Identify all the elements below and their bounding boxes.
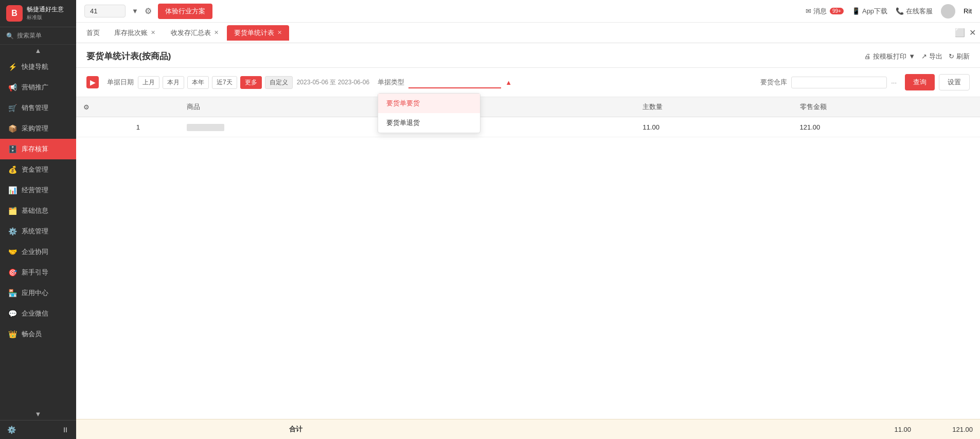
dropdown-item-requisition-order[interactable]: 要货单要货: [378, 94, 480, 113]
collapse-icon[interactable]: ⏸: [62, 426, 69, 434]
footer-amount: 121.00: [911, 426, 973, 433]
topbar-left: 41 ▼ ⚙ 体验行业方案: [84, 4, 212, 19]
page-header: 要货单统计表(按商品) 🖨 按模板打印 ▼ ↗ 导出 ↻ 刷新: [76, 43, 980, 68]
system-label: 系统管理: [22, 227, 48, 236]
col-settings[interactable]: ⚙: [76, 97, 97, 117]
export-button[interactable]: ↗ 导出: [921, 52, 942, 61]
page-actions: 🖨 按模板打印 ▼ ↗ 导出 ↻ 刷新: [864, 52, 970, 61]
messages-item[interactable]: ✉ 消息 99+: [806, 7, 844, 16]
product-name-blurred: ████████: [187, 124, 225, 131]
date-buttons: 上月 本月 本年 近7天 更多 自定义: [138, 76, 293, 89]
basics-icon: 🗂️: [7, 207, 17, 215]
purchase-icon: 📦: [7, 124, 17, 133]
sidebar-item-appstore[interactable]: 🏪 应用中心: [0, 283, 76, 303]
tab-close-all-icon[interactable]: ✕: [969, 28, 976, 38]
user-text: Rit: [964, 7, 972, 15]
footer-label: 合计: [186, 425, 302, 434]
tab-inventory-batch-close[interactable]: ✕: [151, 29, 155, 36]
search-icon: 🔍: [6, 32, 14, 40]
tab-home[interactable]: 首页: [80, 25, 106, 41]
date-btn-this-year[interactable]: 本年: [187, 76, 209, 89]
sidebar-item-basics[interactable]: 🗂️ 基础信息: [0, 200, 76, 221]
sidebar-item-quicknav[interactable]: ⚡ 快捷导航: [0, 57, 76, 77]
row-settings: [76, 117, 97, 137]
type-input[interactable]: [408, 77, 501, 88]
filter-date-group: 单据日期 上月 本月 本年 近7天 更多 自定义 2023-05-06 至 20…: [107, 76, 369, 89]
date-btn-last-7-days[interactable]: 近7天: [212, 76, 237, 89]
export-icon: ↗: [921, 52, 927, 60]
type-chevron-icon[interactable]: ▲: [505, 79, 512, 86]
sidebar-item-marketing[interactable]: 📢 营销推广: [0, 77, 76, 98]
app-download-label: App下载: [862, 7, 887, 16]
refresh-button[interactable]: ↻ 刷新: [949, 52, 970, 61]
print-button[interactable]: 🖨 按模板打印 ▼: [864, 52, 915, 61]
warehouse-dots-icon[interactable]: ···: [891, 79, 897, 86]
online-service-item[interactable]: 📞 在线客服: [896, 7, 933, 16]
tab-receive-send-label: 收发存汇总表: [171, 28, 211, 38]
sidebar-scroll-up[interactable]: ▲: [0, 45, 76, 57]
trial-button[interactable]: 体验行业方案: [158, 4, 212, 19]
settings-bottom-icon[interactable]: ⚙️: [7, 426, 16, 434]
topbar: 41 ▼ ⚙ 体验行业方案 ✉ 消息 99+ 📱 App下载 📞 在线客服 Ri…: [76, 0, 980, 23]
sidebar-nav: ⚡ 快捷导航 📢 营销推广 🛒 销售管理 📦 采购管理 🗄️ 库存核算 💰 资金…: [0, 57, 76, 408]
download-icon: 📱: [852, 7, 860, 15]
date-custom-btn[interactable]: 自定义: [265, 76, 293, 89]
sidebar-item-system[interactable]: ⚙️ 系统管理: [0, 221, 76, 242]
filter-settings-button[interactable]: 设置: [939, 74, 970, 90]
main: 41 ▼ ⚙ 体验行业方案 ✉ 消息 99+ 📱 App下载 📞 在线客服 Ri…: [76, 0, 980, 439]
sidebar-item-sales[interactable]: 🛒 销售管理: [0, 98, 76, 118]
tab-receive-send-close[interactable]: ✕: [214, 29, 219, 36]
sidebar-item-membership[interactable]: 👑 畅会员: [0, 324, 76, 344]
logo-title: 畅捷通好生意: [27, 6, 64, 14]
quicknav-icon: ⚡: [7, 63, 17, 71]
date-btn-this-month[interactable]: 本月: [163, 76, 184, 89]
system-icon: ⚙️: [7, 227, 17, 235]
warehouse-input[interactable]: [791, 77, 887, 88]
user-avatar[interactable]: [941, 4, 955, 19]
type-label: 单据类型: [378, 78, 404, 87]
guide-icon: 🎯: [7, 268, 17, 277]
inventory-icon: 🗄️: [7, 145, 17, 153]
marketing-label: 营销推广: [22, 83, 48, 92]
search-button[interactable]: 查询: [905, 74, 935, 90]
tab-requisition-stats[interactable]: 要货单统计表 ✕: [227, 25, 289, 41]
row-amount: 121.00: [793, 117, 980, 137]
sidebar-item-operations[interactable]: 📊 经营管理: [0, 180, 76, 200]
export-label: 导出: [929, 52, 942, 61]
appstore-icon: 🏪: [7, 289, 17, 297]
tab-requisition-close[interactable]: ✕: [277, 29, 282, 36]
finance-icon: 💰: [7, 166, 17, 174]
filter-actions: 查询 设置: [905, 74, 970, 90]
enterprise-icon: 🤝: [7, 248, 17, 256]
refresh-icon: ↻: [949, 52, 954, 60]
enterprise-label: 企业协同: [22, 247, 48, 257]
date-label: 单据日期: [107, 78, 134, 87]
filter-expand-button[interactable]: ▶: [86, 76, 99, 88]
topbar-settings-icon[interactable]: ⚙: [145, 6, 152, 16]
sidebar-scroll-down[interactable]: ▼: [0, 408, 76, 420]
date-btn-more[interactable]: 更多: [240, 76, 262, 89]
tab-restore-icon[interactable]: ⬜: [955, 28, 965, 38]
sidebar-item-guide[interactable]: 🎯 新手引导: [0, 262, 76, 283]
sidebar-item-inventory[interactable]: 🗄️ 库存核算: [0, 139, 76, 159]
appstore-label: 应用中心: [22, 288, 48, 298]
sidebar-item-enterprise[interactable]: 🤝 企业协同: [0, 242, 76, 262]
tab-inventory-batch[interactable]: 库存批次账 ✕: [107, 25, 163, 41]
sidebar-item-finance[interactable]: 💰 资金管理: [0, 159, 76, 180]
sidebar-item-purchase[interactable]: 📦 采购管理: [0, 118, 76, 139]
data-table: ⚙ 商品 主计量单位 主数量 零售金额 1 ████████: [76, 97, 980, 137]
dropdown-item-requisition-return[interactable]: 要货单退货: [378, 113, 480, 133]
date-btn-last-month[interactable]: 上月: [138, 76, 159, 89]
app-download-item[interactable]: 📱 App下载: [852, 7, 887, 16]
page-title: 要货单统计表(按商品): [86, 50, 171, 62]
messages-label: 消息: [813, 7, 827, 16]
sidebar-search[interactable]: 🔍 搜索菜单: [0, 27, 76, 45]
row-index: 1: [97, 117, 180, 137]
sidebar-item-wechat[interactable]: 💬 企业微信: [0, 303, 76, 324]
purchase-label: 采购管理: [22, 124, 48, 133]
sales-icon: 🛒: [7, 104, 17, 112]
topbar-dropdown[interactable]: ▼: [132, 7, 138, 15]
tab-receive-send[interactable]: 收发存汇总表 ✕: [164, 25, 226, 41]
topbar-number: 41: [84, 5, 126, 17]
filter-type-group: 单据类型 ▲ 要货单要货 要货单退货: [378, 77, 512, 88]
